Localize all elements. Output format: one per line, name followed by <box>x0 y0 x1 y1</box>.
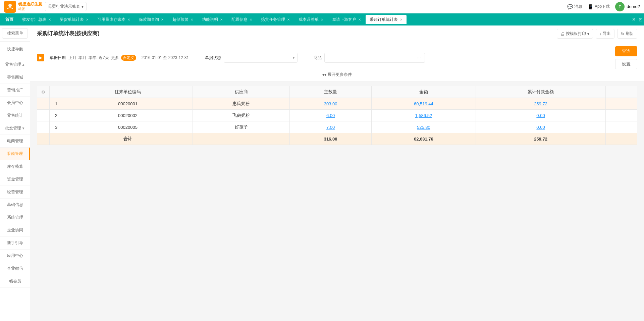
row-1-amount-link[interactable]: 60,519.44 <box>414 101 433 106</box>
message-btn[interactable]: 💬 消息 <box>567 4 582 9</box>
sidebar-item-operations[interactable]: 经营管理 <box>0 186 30 199</box>
workspace-selector[interactable]: 母婴行业演示账套 ▾ <box>45 2 87 11</box>
tab-stock-ledger[interactable]: 可用量库存账本 ✕ <box>93 15 134 24</box>
sidebar-item-label: 新手引导 <box>7 240 23 246</box>
product-input[interactable]: ··· <box>324 53 425 63</box>
tab-restore[interactable]: ⊡ <box>639 17 643 22</box>
nav-tabs: 首页 收发存汇总表 ✕ 要货单统计表 ✕ 可用量库存账本 ✕ 保质期查询 ✕ 超… <box>0 13 644 25</box>
col-amount-header: 金额 <box>371 86 476 98</box>
tab-shelf-life[interactable]: 保质期查询 ✕ <box>135 15 168 24</box>
filter-row: ▶ 单据日期 上月 本月 本年 近7天 更多 自定义 2016-01-01 至 … <box>37 46 637 69</box>
date-last-month[interactable]: 上月 <box>68 55 76 61</box>
col-index-header <box>50 86 63 98</box>
tab-receive-summary[interactable]: 收发存汇总表 ✕ <box>18 15 55 24</box>
tab-close-picking[interactable]: ✕ <box>287 18 290 21</box>
refresh-icon: ↻ <box>621 32 624 36</box>
filter-right-actions: 查询 设置 <box>615 46 637 69</box>
sidebar-item-label: 零售商城 <box>7 74 23 80</box>
tab-close-cost[interactable]: ✕ <box>321 18 323 21</box>
row-3-amount-link[interactable]: 525.80 <box>417 125 430 130</box>
row-1-quantity-link[interactable]: 303.00 <box>324 101 337 106</box>
print-label: 按模板打印 <box>566 31 586 37</box>
sidebar-item-retail-shop[interactable]: 零售商城 <box>0 71 30 84</box>
logo-area: 畅捷通好生意 标版 <box>4 1 42 13</box>
sidebar-item-basic-info[interactable]: 基础信息 <box>0 199 30 211</box>
tab-close-shelf[interactable]: ✕ <box>161 18 164 21</box>
sidebar-item-retail-management[interactable]: 零售管理 ▲ <box>0 58 30 71</box>
gear-icon[interactable]: ⚙ <box>41 90 45 95</box>
row-3-quantity-link[interactable]: 7.00 <box>326 125 335 130</box>
logo-subtext: 标版 <box>18 7 42 11</box>
sidebar-item-retail-stats[interactable]: 零售统计 <box>0 109 30 122</box>
date-this-month[interactable]: 本月 <box>78 55 87 61</box>
tab-close-overstock[interactable]: ✕ <box>191 18 193 21</box>
sidebar-item-label: 批发管理 <box>5 125 21 131</box>
tab-home[interactable]: 首页 <box>1 15 17 24</box>
sidebar-item-system[interactable]: 系统管理 <box>0 211 30 224</box>
row-2-paid-link[interactable]: 0.00 <box>536 113 545 118</box>
export-icon: ↓ <box>599 32 601 36</box>
filter-area: ▶ 单据日期 上月 本月 本年 近7天 更多 自定义 2016-01-01 至 … <box>30 42 644 82</box>
tab-overstock[interactable]: 超储预警 ✕ <box>168 15 197 24</box>
row-3-paid-link[interactable]: 0.00 <box>536 125 545 130</box>
export-btn[interactable]: ↓ 导出 <box>596 29 614 39</box>
date-this-year[interactable]: 本年 <box>89 55 97 61</box>
sidebar-item-wholesale[interactable]: 批发管理 ▼ <box>0 122 30 135</box>
sidebar-item-guide[interactable]: 新手引导 <box>0 237 30 250</box>
row-2-amount-link[interactable]: 1,586.52 <box>415 113 432 118</box>
expand-filter-btn[interactable]: ▾▾ 展开更多条件 <box>322 72 352 77</box>
date-more[interactable]: 更多 <box>111 55 119 61</box>
sidebar-item-app-center[interactable]: 应用中心 <box>0 250 30 262</box>
row-1-paid-link[interactable]: 259.72 <box>534 101 547 106</box>
tab-order-stats[interactable]: 要货单统计表 ✕ <box>56 15 93 24</box>
row-2-quantity-link[interactable]: 6.00 <box>326 113 335 118</box>
tab-close-purchase[interactable]: ✕ <box>400 18 402 21</box>
row-1-amount: 60,519.44 <box>371 98 476 110</box>
sidebar-item-enterprise[interactable]: 企业协同 <box>0 224 30 237</box>
tab-close-func[interactable]: ✕ <box>220 18 223 21</box>
top-bar-left: 畅捷通好生意 标版 母婴行业演示账套 ▾ <box>4 1 87 13</box>
tab-close-order[interactable]: ✕ <box>86 18 89 21</box>
tab-close-all[interactable]: ✕ <box>632 17 636 22</box>
message-label: 消息 <box>574 4 582 9</box>
settings-btn[interactable]: 设置 <box>615 59 637 69</box>
refresh-btn[interactable]: ↻ 刷新 <box>617 29 637 39</box>
sidebar-item-ecommerce[interactable]: 电商管理 <box>0 135 30 148</box>
tab-invite-downstream[interactable]: 邀请下游客户 ✕ <box>328 15 365 24</box>
sidebar-item-wechat[interactable]: 企业微信 <box>0 262 30 275</box>
tab-picking-task[interactable]: 拣货任务管理 ✕ <box>257 15 294 24</box>
tab-close-config[interactable]: ✕ <box>250 18 252 21</box>
user-name: demo2 <box>627 4 640 9</box>
sidebar-item-purchase[interactable]: 采购管理 <box>0 148 30 160</box>
sidebar-item-member-center[interactable]: 会员中心 <box>0 97 30 109</box>
date-custom-tag[interactable]: 自定义 <box>121 55 136 61</box>
status-select[interactable]: ▾ <box>224 53 298 63</box>
tab-close-stock[interactable]: ✕ <box>127 18 130 21</box>
print-btn[interactable]: 🖨 按模板打印 ▾ <box>557 29 593 39</box>
quick-nav-btn[interactable]: 快捷导航 <box>2 44 28 54</box>
search-menu-btn[interactable]: 搜索菜单 <box>2 28 28 39</box>
sidebar-item-label: 电商管理 <box>7 138 23 144</box>
tab-cost-adjust[interactable]: 成本调整单 ✕ <box>294 15 327 24</box>
tab-config[interactable]: 配置信息 ✕ <box>227 15 256 24</box>
query-btn[interactable]: 查询 <box>615 46 637 56</box>
tab-close-invite[interactable]: ✕ <box>358 18 361 21</box>
product-more-icon[interactable]: ··· <box>417 55 422 60</box>
sidebar-item-member[interactable]: 畅会员 <box>0 275 30 288</box>
export-label: 导出 <box>603 31 611 37</box>
tab-function-desc[interactable]: 功能说明 ✕ <box>198 15 227 24</box>
tab-close-receive[interactable]: ✕ <box>48 18 51 21</box>
tab-purchase-stats[interactable]: 采购订单统计表 ✕ <box>366 15 407 24</box>
row-3-supplier-name: 好孩子 <box>193 121 290 133</box>
app-download-label: App下载 <box>595 4 610 9</box>
sidebar-item-inventory[interactable]: 库存核算 <box>0 160 30 173</box>
filter-toggle-btn[interactable]: ▶ <box>37 54 44 61</box>
row-3-extra <box>606 121 637 133</box>
app-download-btn[interactable]: 📱 App下载 <box>588 4 610 9</box>
refresh-label: 刷新 <box>626 31 634 37</box>
logo-icon <box>4 1 16 13</box>
sidebar-item-marketing[interactable]: 营销推广 <box>0 84 30 97</box>
sidebar-item-finance[interactable]: 资金管理 <box>0 173 30 186</box>
date-last-7-days[interactable]: 近7天 <box>99 55 109 61</box>
workspace-name: 母婴行业演示账套 <box>48 4 80 9</box>
